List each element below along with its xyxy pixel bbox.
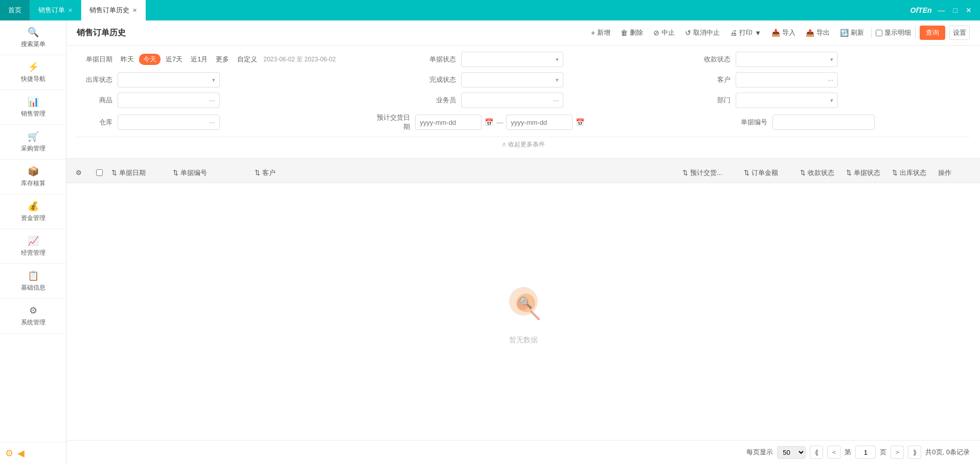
- date-separator: —: [496, 119, 503, 126]
- cancel-stop-icon: ↺: [685, 29, 691, 37]
- sidebar-item-search-menu[interactable]: 🔍 搜索菜单: [0, 20, 66, 55]
- goods-label: 商品: [77, 96, 118, 105]
- more-btn[interactable]: 更多: [213, 54, 232, 65]
- query-btn[interactable]: 查询: [920, 26, 945, 40]
- complete-label: 完成状态: [420, 75, 461, 84]
- delete-btn[interactable]: 🗑 删除: [618, 26, 646, 39]
- tab-history-close[interactable]: ✕: [132, 7, 137, 14]
- outbound-select[interactable]: ▾: [118, 72, 220, 87]
- refresh-icon: 🔃: [840, 29, 849, 37]
- sidebar-item-base-info[interactable]: 📋 基础信息: [0, 264, 66, 299]
- refresh-btn[interactable]: 🔃 刷新: [837, 26, 867, 39]
- main-layout: 🔍 搜索菜单 ⚡ 快捷导航 📊 销售管理 🛒 采购管理 📦 库存核算 💰 资金管…: [0, 20, 980, 464]
- import-btn[interactable]: 📥 导入: [768, 26, 799, 39]
- th-amount-label: 订单金额: [751, 168, 778, 178]
- sidebar-item-ops-mgmt[interactable]: 📈 经营管理: [0, 229, 66, 264]
- print-label: 打印: [739, 28, 753, 37]
- cancel-stop-btn[interactable]: ↺ 取消中止: [682, 26, 723, 39]
- th-out-status[interactable]: ⇅ 出库状态: [888, 168, 934, 178]
- stop-label: 中止: [662, 28, 675, 37]
- win-close-btn[interactable]: ✕: [964, 6, 974, 14]
- sidebar-item-sys-mgmt[interactable]: ⚙ 系统管理: [0, 299, 66, 334]
- docno-input[interactable]: [772, 115, 875, 130]
- warehouse-label: 仓库: [77, 118, 118, 127]
- salesman-input[interactable]: ···: [461, 93, 563, 108]
- page-label: 页: [880, 448, 886, 457]
- th-delivery[interactable]: ⇅ 预计交货...: [678, 168, 740, 178]
- date-field: 昨天 今天 近7天 近1月 更多 自定义 2023-06-02 至 2023-0…: [118, 54, 420, 65]
- last1m-btn[interactable]: 近1月: [188, 54, 211, 65]
- tab-history-label: 销售订单历史: [89, 6, 129, 15]
- prev-page-btn[interactable]: ＜: [827, 446, 840, 459]
- complete-select[interactable]: ▾: [461, 72, 563, 87]
- print-btn[interactable]: 🖨 打印 ▼: [727, 26, 764, 39]
- page-size-label: 每页显示: [746, 448, 773, 457]
- customer-input[interactable]: ···: [736, 72, 838, 87]
- th-doc-status[interactable]: ⇅ 单据状态: [842, 168, 888, 178]
- status-select[interactable]: ▾: [461, 52, 563, 67]
- delivery-date-from-icon[interactable]: 📅: [485, 118, 493, 126]
- stop-btn[interactable]: ⊘ 中止: [650, 26, 678, 39]
- th-receipt-status[interactable]: ⇅ 收款状态: [796, 168, 842, 178]
- sidebar-item-quick-nav[interactable]: ⚡ 快捷导航: [0, 55, 66, 90]
- tab-sales-order-close[interactable]: ✕: [68, 7, 73, 14]
- sort-icon-amount: ⇅: [744, 169, 749, 176]
- win-maximize-btn[interactable]: □: [951, 6, 960, 14]
- sort-icon-docno: ⇅: [173, 169, 178, 176]
- tab-sales-order[interactable]: 销售订单 ✕: [30, 0, 81, 20]
- page-size-select[interactable]: 10 20 50 100: [777, 446, 806, 459]
- tab-sales-order-history[interactable]: 销售订单历史 ✕: [81, 0, 146, 20]
- display-detail-label[interactable]: 显示明细: [876, 28, 911, 37]
- sidebar-item-sales-mgmt[interactable]: 📊 销售管理: [0, 90, 66, 125]
- settings-btn[interactable]: 设置: [949, 26, 970, 40]
- th-outbound-label: 出库状态: [900, 168, 926, 178]
- goods-dots[interactable]: ···: [209, 96, 215, 104]
- warehouse-dots[interactable]: ···: [209, 118, 215, 126]
- filter-group-date: 单据日期 昨天 今天 近7天 近1月 更多 自定义 2023-06-02 至 2…: [77, 54, 420, 65]
- sidebar-item-purchase-mgmt[interactable]: 🛒 采购管理: [0, 125, 66, 160]
- next-page-btn[interactable]: ＞: [891, 446, 904, 459]
- sidebar-item-finance-mgmt[interactable]: 💰 资金管理: [0, 194, 66, 229]
- collapse-bar[interactable]: ∧ 收起更多条件: [77, 137, 970, 152]
- th-docno[interactable]: ⇅ 单据编号: [169, 168, 250, 178]
- sidebar-settings-btn[interactable]: ⚙: [5, 448, 13, 459]
- delivery-date-from[interactable]: [415, 115, 482, 130]
- win-minimize-btn[interactable]: —: [936, 6, 947, 14]
- th-check[interactable]: [92, 169, 107, 176]
- tab-home[interactable]: 首页: [0, 0, 30, 20]
- toolbar: + 新增 🗑 删除 ⊘ 中止 ↺ 取消中止 🖨 打印: [588, 26, 970, 40]
- filter-section: 单据日期 昨天 今天 近7天 近1月 更多 自定义 2023-06-02 至 2…: [66, 46, 980, 159]
- new-btn[interactable]: + 新增: [588, 26, 613, 39]
- goods-input[interactable]: ···: [118, 93, 220, 108]
- page-input[interactable]: [855, 446, 876, 459]
- payment-select[interactable]: ▾: [736, 52, 838, 67]
- salesman-dots[interactable]: ···: [553, 96, 559, 104]
- sidebar-item-inventory-mgmt[interactable]: 📦 库存核算: [0, 160, 66, 194]
- print-icon: 🖨: [730, 29, 737, 37]
- th-amount[interactable]: ⇅ 订单金额: [740, 168, 796, 178]
- yesterday-btn[interactable]: 昨天: [118, 54, 137, 65]
- status-arrow-icon: ▾: [556, 56, 559, 63]
- custom-btn[interactable]: 自定义: [234, 54, 260, 65]
- warehouse-input[interactable]: ···: [118, 115, 220, 130]
- display-detail-checkbox[interactable]: [876, 30, 882, 36]
- th-date[interactable]: ⇅ 单据日期: [107, 168, 169, 178]
- dept-select[interactable]: ▾: [736, 93, 838, 108]
- th-settings[interactable]: ⚙: [72, 169, 92, 176]
- last7-btn[interactable]: 近7天: [163, 54, 186, 65]
- select-all-checkbox[interactable]: [96, 169, 103, 176]
- today-btn[interactable]: 今天: [139, 54, 161, 65]
- salesman-label: 业务员: [420, 96, 461, 105]
- last-page-btn[interactable]: ⟫: [908, 446, 921, 459]
- page-title: 销售订单历史: [77, 28, 126, 38]
- th-customer[interactable]: ⇅ 客户: [250, 168, 678, 178]
- sidebar-collapse-btn[interactable]: ◀: [17, 448, 25, 459]
- delivery-date-to-icon[interactable]: 📅: [576, 118, 584, 126]
- export-btn[interactable]: 📤 导出: [803, 26, 833, 39]
- settings-icon: ⚙: [76, 169, 82, 176]
- first-page-btn[interactable]: ⟪: [810, 446, 823, 459]
- delivery-date-to[interactable]: [506, 115, 573, 130]
- customer-dots[interactable]: ···: [828, 76, 834, 84]
- th-delivery-label: 预计交货...: [690, 168, 722, 178]
- collapse-text: ∧ 收起更多条件: [502, 141, 545, 148]
